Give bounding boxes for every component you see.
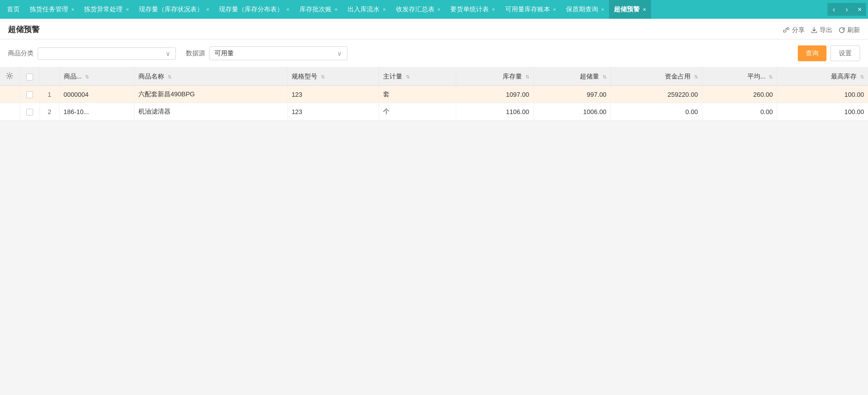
row-spec: 123 bbox=[287, 103, 379, 120]
page-title: 超储预警 bbox=[8, 25, 40, 35]
nav-label: 库存批次账 bbox=[300, 5, 332, 14]
row-overstock: 997.00 bbox=[533, 86, 610, 103]
row-avg: 260.00 bbox=[702, 86, 777, 103]
row-product-code: 186-10... bbox=[59, 103, 134, 120]
share-button[interactable]: 分享 bbox=[783, 26, 805, 35]
data-table: 商品... ⇅ 商品名称 ⇅ 规格型号 ⇅ 主计量 ⇅ 库存量 ⇅ bbox=[0, 68, 868, 120]
close-icon[interactable]: × bbox=[126, 6, 129, 12]
nav-next-button[interactable]: › bbox=[840, 3, 853, 16]
col-label: 最高库存 bbox=[831, 73, 857, 80]
col-label: 规格型号 bbox=[292, 73, 317, 80]
nav-label: 拣货任务管理 bbox=[30, 5, 68, 14]
nav-label: 要货单统计表 bbox=[450, 5, 489, 14]
export-icon bbox=[811, 27, 818, 34]
close-icon[interactable]: × bbox=[492, 6, 495, 12]
nav-item-inventory-dist[interactable]: 现存量（库存分布表） × bbox=[214, 0, 294, 19]
row-gear bbox=[0, 86, 20, 103]
query-button[interactable]: 查询 bbox=[798, 45, 826, 61]
nav-item-inventory-status[interactable]: 现存量（库存状况表） × bbox=[134, 0, 214, 19]
row-check[interactable] bbox=[20, 86, 40, 103]
col-stock-header[interactable]: 库存量 ⇅ bbox=[456, 68, 533, 86]
chevron-down-icon: ∨ bbox=[166, 50, 171, 57]
refresh-button[interactable]: 刷新 bbox=[838, 26, 860, 35]
nav-item-batch-account[interactable]: 库存批次账 × bbox=[295, 0, 343, 19]
row-check[interactable] bbox=[20, 103, 40, 120]
close-icon[interactable]: × bbox=[383, 6, 386, 12]
nav-label: 现存量（库存分布表） bbox=[219, 5, 283, 14]
refresh-icon bbox=[838, 27, 845, 34]
nav-item-pick-task[interactable]: 拣货任务管理 × bbox=[25, 0, 79, 19]
row-spec: 123 bbox=[287, 86, 379, 103]
col-label: 库存量 bbox=[503, 73, 522, 80]
col-label: 商品... bbox=[64, 73, 82, 80]
row-no: 1 bbox=[40, 86, 59, 103]
nav-label: 出入库流水 bbox=[347, 5, 380, 14]
share-label: 分享 bbox=[792, 26, 805, 35]
datasource-filter-group: 数据源 可用量 ∨ bbox=[186, 46, 347, 60]
nav-bar: 首页 拣货任务管理 × 拣货异常处理 × 现存量（库存状况表） × 现存量（库存… bbox=[0, 0, 868, 19]
row-checkbox[interactable] bbox=[26, 109, 33, 116]
nav-item-pick-exception[interactable]: 拣货异常处理 × bbox=[79, 0, 133, 19]
nav-label: 收发存汇总表 bbox=[396, 5, 434, 14]
nav-item-overstock-warning[interactable]: 超储预警 × bbox=[609, 0, 651, 19]
header-actions: 分享 导出 刷新 bbox=[783, 26, 860, 35]
col-label: 超储量 bbox=[580, 73, 599, 80]
col-label: 平均... bbox=[747, 73, 766, 80]
col-avg-header[interactable]: 平均... ⇅ bbox=[702, 68, 777, 86]
close-icon[interactable]: × bbox=[286, 6, 289, 12]
col-product-name-header[interactable]: 商品名称 ⇅ bbox=[134, 68, 288, 86]
row-overstock: 1006.00 bbox=[533, 103, 610, 120]
category-select[interactable]: ∨ bbox=[38, 47, 176, 60]
nav-item-order-stats[interactable]: 要货单统计表 × bbox=[445, 0, 500, 19]
close-icon[interactable]: × bbox=[553, 6, 556, 12]
page-header: 超储预警 分享 导出 刷新 bbox=[0, 19, 868, 40]
nav-label: 现存量（库存状况表） bbox=[139, 5, 203, 14]
close-icon[interactable]: × bbox=[335, 6, 338, 12]
sort-icon: ⇅ bbox=[860, 74, 864, 79]
nav-item-in-out-flow[interactable]: 出入库流水 × bbox=[343, 0, 391, 19]
col-max-stock-header[interactable]: 最高库存 ⇅ bbox=[777, 68, 868, 86]
datasource-label: 数据源 bbox=[186, 49, 205, 58]
sort-icon: ⇅ bbox=[85, 74, 89, 79]
filter-actions: 查询 设置 bbox=[798, 45, 860, 61]
close-icon[interactable]: × bbox=[437, 6, 440, 12]
col-check-header[interactable] bbox=[20, 68, 40, 86]
datasource-select[interactable]: 可用量 ∨ bbox=[209, 46, 347, 60]
col-capital-header[interactable]: 资金占用 ⇅ bbox=[610, 68, 702, 86]
nav-label: 保质期查询 bbox=[566, 5, 598, 14]
col-overstock-header[interactable]: 超储量 ⇅ bbox=[533, 68, 610, 86]
close-icon[interactable]: × bbox=[643, 6, 646, 12]
nav-item-available-account[interactable]: 可用量库存账本 × bbox=[500, 0, 561, 19]
export-button[interactable]: 导出 bbox=[811, 26, 832, 35]
close-icon[interactable]: × bbox=[601, 6, 604, 12]
col-label: 主计量 bbox=[383, 73, 402, 80]
row-stock: 1106.00 bbox=[456, 103, 533, 120]
close-icon[interactable]: × bbox=[71, 6, 74, 12]
nav-prev-button[interactable]: ‹ bbox=[827, 3, 840, 16]
row-product-name: 机油滤清器 bbox=[134, 103, 288, 120]
header-checkbox[interactable] bbox=[26, 74, 33, 80]
setting-button[interactable]: 设置 bbox=[830, 45, 860, 61]
table-container: 商品... ⇅ 商品名称 ⇅ 规格型号 ⇅ 主计量 ⇅ 库存量 ⇅ bbox=[0, 68, 868, 120]
row-checkbox[interactable] bbox=[26, 91, 33, 98]
nav-item-expiry-query[interactable]: 保质期查询 × bbox=[561, 0, 609, 19]
col-product-code-header[interactable]: 商品... ⇅ bbox=[59, 68, 134, 86]
datasource-value: 可用量 bbox=[215, 49, 234, 58]
row-unit: 套 bbox=[379, 86, 456, 103]
sort-icon: ⇅ bbox=[168, 74, 172, 79]
nav-item-home[interactable]: 首页 bbox=[2, 0, 25, 19]
close-icon[interactable]: × bbox=[206, 6, 209, 12]
row-product-name: 六配套新昌490BPG bbox=[134, 86, 288, 103]
refresh-label: 刷新 bbox=[847, 26, 860, 35]
col-spec-header[interactable]: 规格型号 ⇅ bbox=[287, 68, 379, 86]
col-no-header bbox=[40, 68, 59, 86]
row-capital: 0.00 bbox=[610, 103, 702, 120]
nav-close-button[interactable]: × bbox=[853, 3, 866, 16]
sort-icon: ⇅ bbox=[603, 74, 607, 79]
nav-item-summary[interactable]: 收发存汇总表 × bbox=[391, 0, 445, 19]
col-unit-header[interactable]: 主计量 ⇅ bbox=[379, 68, 456, 86]
table-row: 1 0000004 六配套新昌490BPG 123 套 1097.00 997.… bbox=[0, 86, 868, 103]
col-gear[interactable] bbox=[0, 68, 20, 86]
filter-area: 商品分类 ∨ 数据源 可用量 ∨ 查询 设置 bbox=[0, 40, 868, 68]
row-no: 2 bbox=[40, 103, 59, 120]
